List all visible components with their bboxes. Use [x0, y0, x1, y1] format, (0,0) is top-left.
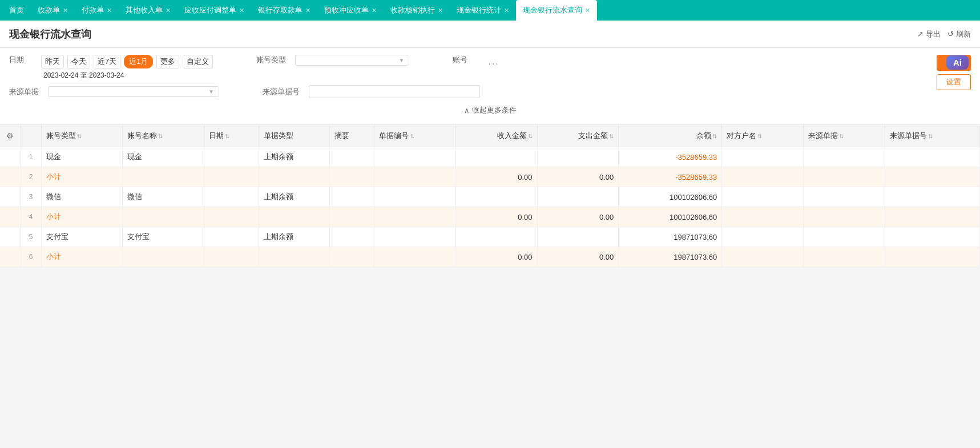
column-doc-type: 单据类型 — [259, 125, 330, 147]
nav-item-bank-deposit[interactable]: 银行存取款单 ✕ — [251, 0, 317, 21]
close-icon[interactable]: ✕ — [166, 7, 171, 14]
column-date[interactable]: 日期⇅ — [204, 125, 259, 147]
nav-item-other-income[interactable]: 其他收入单 ✕ — [119, 0, 178, 21]
row-source-doc — [803, 187, 885, 207]
column-source-doc[interactable]: 来源单据⇅ — [803, 125, 885, 147]
close-icon[interactable]: ✕ — [305, 7, 310, 14]
column-expense[interactable]: 支出金额⇅ — [537, 125, 619, 147]
row-doc-type — [259, 207, 330, 227]
row-date — [204, 187, 259, 207]
chevron-up-icon: ∧ — [464, 106, 470, 115]
nav-item-prepayment[interactable]: 预收冲应收单 ✕ — [317, 0, 384, 21]
row-doc-type: 上期余额 — [259, 147, 330, 167]
row-account-type: 小计 — [41, 167, 123, 187]
source-doc-no-input[interactable] — [309, 85, 480, 98]
date-btn-7days[interactable]: 近7天 — [94, 55, 120, 68]
close-icon[interactable]: ✕ — [239, 7, 244, 14]
refresh-button[interactable]: ↺ 刷新 — [947, 29, 971, 39]
nav-item-verification[interactable]: 收款核销执行 ✕ — [384, 0, 450, 21]
row-number: 5 — [21, 227, 41, 247]
column-counterparty[interactable]: 对方户名⇅ — [722, 125, 804, 147]
nav-item-cashflow[interactable]: 现金银行流水查询 ✕ — [516, 0, 597, 21]
row-balance: 100102606.60 — [619, 187, 722, 207]
date-btn-1month[interactable]: 近1月 — [124, 55, 153, 68]
nav-item-payment[interactable]: 付款单 ✕ — [75, 0, 119, 21]
refresh-icon: ↺ — [947, 30, 954, 38]
row-source-doc — [803, 247, 885, 267]
row-expense: 0.00 — [537, 207, 619, 227]
date-btn-today[interactable]: 今天 — [67, 55, 90, 68]
row-doc-type — [259, 167, 330, 187]
table-header-row: ⚙ 账号类型⇅ 账号名称⇅ 日期⇅ 单据类型 摘要 — [0, 125, 980, 147]
sort-icon: ⇅ — [225, 133, 229, 139]
sort-icon: ⇅ — [757, 133, 762, 139]
column-income[interactable]: 收入金额⇅ — [455, 125, 537, 147]
row-counterparty — [722, 207, 804, 227]
page-header: 现金银行流水查询 ↗ 导出 ↺ 刷新 — [0, 21, 980, 48]
row-expense — [537, 227, 619, 247]
source-doc-label: 来源单据 — [9, 87, 39, 97]
row-settings-cell — [0, 227, 21, 247]
column-account-name[interactable]: 账号名称⇅ — [123, 125, 204, 147]
close-icon[interactable]: ✕ — [372, 7, 377, 14]
date-btn-more[interactable]: 更多 — [156, 55, 179, 68]
source-doc-select[interactable]: ▼ — [48, 86, 219, 97]
account-picker-button[interactable]: ... — [485, 55, 502, 68]
nav-item-statistics[interactable]: 现金银行统计 ✕ — [450, 0, 516, 21]
filter-area: 日期 昨天 今天 近7天 近1月 — [0, 48, 980, 125]
row-counterparty — [722, 227, 804, 247]
sort-icon: ⇅ — [928, 133, 933, 139]
row-settings-cell — [0, 247, 21, 267]
row-summary — [330, 247, 374, 267]
close-icon[interactable]: ✕ — [585, 7, 590, 14]
row-balance: 100102606.60 — [619, 207, 722, 227]
row-source-doc-no — [885, 247, 979, 267]
table-body: 1现金现金上期余额-3528659.332小计0.000.00-3528659.… — [0, 147, 980, 267]
row-account-name: 微信 — [123, 187, 204, 207]
data-table: ⚙ 账号类型⇅ 账号名称⇅ 日期⇅ 单据类型 摘要 — [0, 125, 980, 267]
close-icon[interactable]: ✕ — [63, 7, 68, 14]
settings-button[interactable]: 设置 — [937, 74, 971, 90]
row-settings-cell — [0, 167, 21, 187]
row-source-doc — [803, 147, 885, 167]
sort-icon: ⇅ — [528, 133, 533, 139]
row-account-name — [123, 167, 204, 187]
row-date — [204, 227, 259, 247]
column-source-doc-no[interactable]: 来源单据号⇅ — [885, 125, 979, 147]
date-btn-custom[interactable]: 自定义 — [183, 55, 213, 68]
close-icon[interactable]: ✕ — [504, 7, 509, 14]
row-expense — [537, 187, 619, 207]
row-doc-type: 上期余额 — [259, 187, 330, 207]
chevron-down-icon: ▼ — [208, 88, 214, 95]
row-income: 0.00 — [455, 207, 537, 227]
row-number: 6 — [21, 247, 41, 267]
date-btn-yesterday[interactable]: 昨天 — [41, 55, 64, 68]
row-account-name — [123, 207, 204, 227]
date-label: 日期 — [9, 55, 32, 65]
header-actions: ↗ 导出 ↺ 刷新 — [917, 29, 971, 39]
close-icon[interactable]: ✕ — [438, 7, 443, 14]
data-table-container: ⚙ 账号类型⇅ 账号名称⇅ 日期⇅ 单据类型 摘要 — [0, 125, 980, 267]
row-summary — [330, 207, 374, 227]
gear-icon[interactable]: ⚙ — [6, 131, 14, 140]
column-doc-no[interactable]: 单据编号⇅ — [374, 125, 456, 147]
column-account-type[interactable]: 账号类型⇅ — [41, 125, 123, 147]
row-income — [455, 227, 537, 247]
close-icon[interactable]: ✕ — [107, 7, 112, 14]
row-doc-type: 上期余额 — [259, 227, 330, 247]
account-type-select[interactable]: ▼ — [295, 55, 409, 66]
row-source-doc — [803, 207, 885, 227]
table-row: 1现金现金上期余额-3528659.33 — [0, 147, 980, 167]
column-settings[interactable]: ⚙ — [0, 125, 21, 147]
collapse-bar[interactable]: ∧ 收起更多条件 — [9, 103, 971, 118]
nav-item-adjustment[interactable]: 应收应付调整单 ✕ — [178, 0, 251, 21]
row-date — [204, 207, 259, 227]
column-balance[interactable]: 余额⇅ — [619, 125, 722, 147]
nav-item-receipt[interactable]: 收款单 ✕ — [31, 0, 75, 21]
row-doc-no — [374, 167, 456, 187]
ai-badge[interactable]: Ai — [946, 55, 969, 70]
row-number: 2 — [21, 167, 41, 187]
row-counterparty — [722, 167, 804, 187]
export-button[interactable]: ↗ 导出 — [917, 29, 941, 39]
nav-item-home[interactable]: 首页 — [2, 0, 31, 21]
